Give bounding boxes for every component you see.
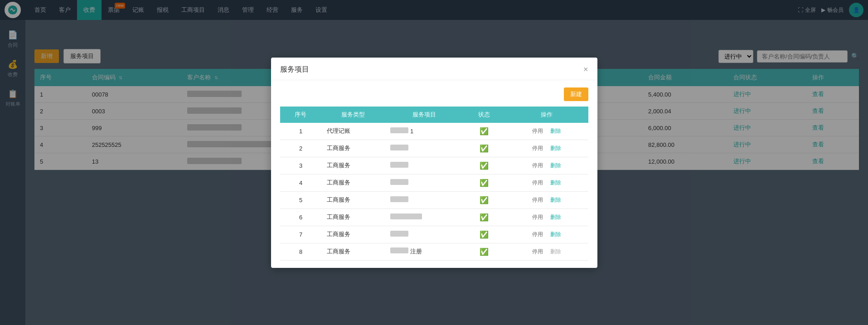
modal-cell-type: 工商服务 bbox=[321, 157, 385, 174]
modal-cell-seq: 6 bbox=[280, 209, 322, 226]
modal-col-type: 服务类型 bbox=[321, 107, 385, 123]
modal-col-status: 状态 bbox=[463, 107, 505, 123]
modal-cell-type: 工商服务 bbox=[321, 226, 385, 243]
modal-cell-type: 工商服务 bbox=[321, 140, 385, 157]
modal-col-actions: 操作 bbox=[505, 107, 588, 123]
modal-table-row: 7 工商服务 ✅ 停用 删除 bbox=[280, 226, 588, 243]
status-check-icon: ✅ bbox=[480, 196, 489, 204]
delete-button[interactable]: 删除 bbox=[548, 126, 564, 136]
modal-table-row: 5 工商服务 ✅ 停用 删除 bbox=[280, 191, 588, 209]
delete-button[interactable]: 删除 bbox=[548, 195, 564, 205]
delete-button[interactable]: 删除 bbox=[548, 247, 564, 257]
modal-cell-actions: 停用 删除 bbox=[505, 243, 588, 260]
modal-cell-status: ✅ bbox=[463, 123, 505, 140]
modal-cell-item bbox=[385, 174, 463, 191]
delete-button[interactable]: 删除 bbox=[548, 144, 564, 153]
modal-cell-actions: 停用 删除 bbox=[505, 209, 588, 226]
modal-cell-type: 代理记账 bbox=[321, 123, 385, 140]
modal-cell-item bbox=[385, 140, 463, 157]
modal: 服务项目 × 新建 序号 服务类型 服务项目 状态 操作 bbox=[271, 58, 597, 268]
modal-col-seq: 序号 bbox=[280, 107, 322, 123]
modal-table-wrap[interactable]: 序号 服务类型 服务项目 状态 操作 1 代理记账 1 ✅ 停用 删除 2 工商… bbox=[280, 107, 588, 261]
modal-cell-seq: 3 bbox=[280, 157, 322, 174]
modal-cell-actions: 停用 删除 bbox=[505, 123, 588, 140]
status-check-icon: ✅ bbox=[480, 231, 489, 238]
modal-cell-type: 工商服务 bbox=[321, 209, 385, 226]
modal-cell-seq: 4 bbox=[280, 174, 322, 191]
modal-cell-actions: 停用 删除 bbox=[505, 157, 588, 174]
modal-header: 服务项目 × bbox=[271, 58, 597, 80]
status-check-icon: ✅ bbox=[480, 145, 489, 152]
stop-button[interactable]: 停用 bbox=[529, 126, 546, 136]
modal-table-row: 4 工商服务 ✅ 停用 删除 bbox=[280, 174, 588, 191]
modal-cell-item bbox=[385, 209, 463, 226]
modal-table-row: 6 工商服务 ✅ 停用 删除 bbox=[280, 209, 588, 226]
delete-button[interactable]: 删除 bbox=[548, 213, 564, 222]
modal-cell-status: ✅ bbox=[463, 209, 505, 226]
stop-button[interactable]: 停用 bbox=[529, 178, 546, 188]
stop-button[interactable]: 停用 bbox=[529, 247, 546, 257]
modal-close-button[interactable]: × bbox=[583, 65, 588, 73]
modal-cell-seq: 7 bbox=[280, 226, 322, 243]
status-check-icon: ✅ bbox=[480, 248, 489, 256]
modal-col-item: 服务项目 bbox=[385, 107, 463, 123]
modal-title: 服务项目 bbox=[280, 65, 309, 74]
status-check-icon: ✅ bbox=[480, 162, 489, 170]
modal-cell-status: ✅ bbox=[463, 226, 505, 243]
modal-table: 序号 服务类型 服务项目 状态 操作 1 代理记账 1 ✅ 停用 删除 2 工商… bbox=[280, 107, 588, 261]
modal-cell-seq: 1 bbox=[280, 123, 322, 140]
stop-button[interactable]: 停用 bbox=[529, 161, 546, 170]
delete-button[interactable]: 删除 bbox=[548, 230, 564, 239]
modal-cell-seq: 2 bbox=[280, 140, 322, 157]
delete-button[interactable]: 删除 bbox=[548, 178, 564, 188]
modal-cell-actions: 停用 删除 bbox=[505, 191, 588, 209]
modal-cell-actions: 停用 删除 bbox=[505, 140, 588, 157]
modal-table-row: 1 代理记账 1 ✅ 停用 删除 bbox=[280, 123, 588, 140]
modal-table-row: 8 工商服务 注册 ✅ 停用 删除 bbox=[280, 243, 588, 260]
status-check-icon: ✅ bbox=[480, 179, 489, 187]
stop-button[interactable]: 停用 bbox=[529, 144, 546, 153]
modal-cell-status: ✅ bbox=[463, 140, 505, 157]
modal-cell-item: 注册 bbox=[385, 243, 463, 260]
modal-body: 新建 序号 服务类型 服务项目 状态 操作 1 代理记账 bbox=[271, 80, 597, 268]
stop-button[interactable]: 停用 bbox=[529, 213, 546, 222]
modal-cell-type: 工商服务 bbox=[321, 191, 385, 209]
modal-cell-actions: 停用 删除 bbox=[505, 226, 588, 243]
modal-cell-status: ✅ bbox=[463, 157, 505, 174]
modal-cell-status: ✅ bbox=[463, 174, 505, 191]
modal-overlay[interactable]: 服务项目 × 新建 序号 服务类型 服务项目 状态 操作 bbox=[0, 0, 868, 325]
modal-cell-seq: 8 bbox=[280, 243, 322, 260]
modal-cell-item bbox=[385, 226, 463, 243]
modal-cell-actions: 停用 删除 bbox=[505, 174, 588, 191]
modal-table-row: 3 工商服务 ✅ 停用 删除 bbox=[280, 157, 588, 174]
modal-cell-type: 工商服务 bbox=[321, 243, 385, 260]
status-check-icon: ✅ bbox=[480, 213, 489, 221]
modal-cell-item bbox=[385, 191, 463, 209]
status-check-icon: ✅ bbox=[480, 127, 489, 135]
delete-button[interactable]: 删除 bbox=[548, 161, 564, 170]
modal-cell-item bbox=[385, 157, 463, 174]
modal-cell-status: ✅ bbox=[463, 191, 505, 209]
modal-table-row: 2 工商服务 ✅ 停用 删除 bbox=[280, 140, 588, 157]
modal-cell-status: ✅ bbox=[463, 243, 505, 260]
modal-cell-type: 工商服务 bbox=[321, 174, 385, 191]
stop-button[interactable]: 停用 bbox=[529, 195, 546, 205]
modal-toolbar: 新建 bbox=[280, 87, 588, 101]
modal-new-button[interactable]: 新建 bbox=[564, 87, 588, 101]
modal-cell-seq: 5 bbox=[280, 191, 322, 209]
modal-cell-item: 1 bbox=[385, 123, 463, 140]
stop-button[interactable]: 停用 bbox=[529, 230, 546, 239]
